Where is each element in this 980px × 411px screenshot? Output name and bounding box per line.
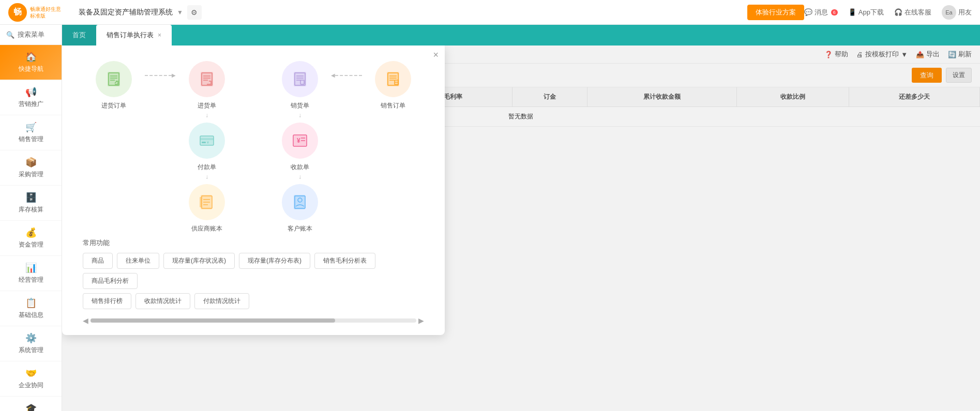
tab-bar: 首页 销售订单执行表 ×: [62, 25, 980, 45]
modal-overlay[interactable]: × 进货订单: [62, 45, 980, 411]
tab-home[interactable]: 首页: [62, 25, 96, 45]
online-service-action[interactable]: 🎧 在线客服: [894, 8, 931, 17]
common-functions: 常用功能 商品 往来单位 现存量(库存状况表) 现存量(库存分布表) 销售毛利分…: [83, 238, 424, 309]
tab-close-icon[interactable]: ×: [158, 32, 161, 39]
supplier-ledger-circle: [189, 184, 225, 220]
message-icon: 💬: [804, 8, 812, 16]
sidebar-item-enterprise[interactable]: 🤝 企业协同: [0, 361, 62, 397]
purchase-icon: 📦: [25, 157, 37, 168]
func-btn-gross-analysis[interactable]: 销售毛利分析表: [314, 253, 375, 269]
svg-rect-13: [200, 138, 214, 140]
header-right: 💬 消息 6 📱 App下载 🎧 在线客服 Ea 用友: [804, 5, 972, 20]
payment-circle: ¥: [189, 123, 225, 159]
sale-order-circle: [375, 61, 411, 97]
finance-icon: 💰: [25, 227, 37, 238]
scroll-area: ◀ ▶: [83, 316, 424, 325]
sale-bill-circle: [282, 61, 318, 97]
tab-sales-exec[interactable]: 销售订单执行表 ×: [96, 25, 172, 45]
h-arrow-1: ▶: [145, 72, 176, 78]
content-area: 首页 销售订单执行表 × ❓ 帮助 🖨 按模板打印 ▼: [62, 25, 980, 411]
avatar: Ea: [942, 5, 956, 20]
node-customer-ledger[interactable]: 客户账本: [269, 184, 331, 233]
sidebar-item-basic-info[interactable]: 📋 基础信息: [0, 291, 62, 326]
h-arrow-2: ◀: [331, 72, 362, 78]
receipt-circle: ¥: [282, 123, 318, 159]
logo-area: 畅 畅康通好生意 标准版: [8, 3, 70, 22]
purchase-order-circle: [96, 61, 132, 97]
func-btn-goods-margin[interactable]: 商品毛利分析: [83, 273, 138, 289]
inventory-icon: 🗄️: [25, 192, 37, 203]
tab-sales-exec-label: 销售订单执行表: [107, 31, 154, 40]
scroll-left-icon[interactable]: ◀: [83, 316, 88, 325]
receipt-label: 收款单: [291, 163, 309, 172]
user-action[interactable]: Ea 用友: [942, 5, 972, 20]
sidebar-item-sales[interactable]: 🛒 销售管理: [0, 115, 62, 150]
func-btn-stock-dist[interactable]: 现存量(库存分布表): [239, 253, 310, 269]
node-purchase-order[interactable]: 进货订单: [83, 61, 145, 110]
logo-text: 畅康通好生意 标准版: [30, 6, 61, 19]
customer-ledger-circle: [282, 184, 318, 220]
svg-text:¥: ¥: [207, 141, 209, 144]
main-layout: 🔍 搜索菜单 🏠 快捷导航 📢 营销推广 🛒 销售管理 📦 采购管理 🗄️ 库存…: [0, 25, 980, 411]
settings-gear-icon[interactable]: ⚙: [187, 5, 202, 20]
node-sale-bill[interactable]: 销货单: [269, 61, 331, 110]
func-btn-payment-stats[interactable]: 付款情况统计: [194, 293, 249, 309]
node-supplier-ledger[interactable]: 供应商账本: [176, 184, 238, 233]
v-arrow-2: ↓: [205, 174, 208, 180]
quick-nav-modal: × 进货订单: [62, 45, 445, 335]
purchase-bill-circle: [189, 61, 225, 97]
tab-home-label: 首页: [72, 31, 86, 40]
flow-col-3: 销货单 ↓ ¥ 收款单 ↓: [269, 61, 331, 233]
sidebar-item-newbie[interactable]: 🎓 新手引导: [0, 397, 62, 411]
enterprise-icon: 🤝: [25, 368, 37, 379]
node-purchase-bill[interactable]: 进货单: [176, 61, 238, 110]
v-arrow-3: ↓: [298, 112, 301, 118]
func-btn-parties[interactable]: 往来单位: [117, 253, 159, 269]
func-btn-sales-rank[interactable]: 销售排行榜: [83, 293, 131, 309]
payment-label: 付款单: [198, 163, 216, 172]
message-badge: 6: [831, 9, 838, 16]
sidebar-item-quick-nav[interactable]: 🏠 快捷导航: [0, 45, 62, 80]
node-payment[interactable]: ¥ 付款单: [176, 123, 238, 172]
func-btn-goods[interactable]: 商品: [83, 253, 113, 269]
scrollbar-thumb[interactable]: [91, 318, 335, 323]
modal-close-icon[interactable]: ×: [433, 50, 439, 60]
common-functions-title: 常用功能: [83, 238, 424, 248]
node-receipt[interactable]: ¥ 收款单: [269, 123, 331, 172]
sidebar: 🔍 搜索菜单 🏠 快捷导航 📢 营销推广 🛒 销售管理 📦 采购管理 🗄️ 库存…: [0, 25, 62, 411]
v-arrow-1: ↓: [205, 112, 208, 118]
mobile-icon: 📱: [848, 8, 856, 16]
sidebar-item-operations[interactable]: 📊 经营管理: [0, 256, 62, 291]
function-buttons: 商品 往来单位 现存量(库存状况表) 现存量(库存分布表) 销售毛利分析表 商品…: [83, 253, 424, 289]
sidebar-item-inventory[interactable]: 🗄️ 库存核算: [0, 186, 62, 221]
func-btn-receipt-stats[interactable]: 收款情况统计: [135, 293, 190, 309]
node-sale-order[interactable]: 销售订单: [362, 61, 424, 110]
app-download-action[interactable]: 📱 App下载: [848, 8, 884, 17]
v-arrow-4: ↓: [298, 174, 301, 180]
operations-icon: 📊: [25, 262, 37, 273]
logo-icon: 畅: [8, 3, 27, 22]
sidebar-item-purchase[interactable]: 📦 采购管理: [0, 150, 62, 186]
scrollbar-track[interactable]: [91, 318, 416, 323]
message-action[interactable]: 💬 消息 6: [804, 8, 838, 17]
func-btn-stock-status[interactable]: 现存量(库存状况表): [163, 253, 235, 269]
system-name-label: 装备及固定资产辅助管理系统: [79, 8, 173, 17]
top-header: 畅 畅康通好生意 标准版 装备及固定资产辅助管理系统 ▼ ⚙ 体验行业方案 💬 …: [0, 0, 980, 25]
supplier-ledger-label: 供应商账本: [191, 224, 222, 233]
flow-col-4: 销售订单: [362, 61, 424, 110]
system-dropdown-icon[interactable]: ▼: [177, 9, 183, 16]
experience-button[interactable]: 体验行业方案: [747, 5, 804, 20]
system-title: 装备及固定资产辅助管理系统 ▼ ⚙: [79, 5, 747, 20]
customer-ledger-label: 客户账本: [288, 224, 312, 233]
sidebar-item-marketing[interactable]: 📢 营销推广: [0, 80, 62, 115]
sidebar-item-finance[interactable]: 💰 资金管理: [0, 221, 62, 256]
sidebar-search[interactable]: 🔍 搜索菜单: [0, 25, 62, 45]
newbie-icon: 🎓: [25, 403, 37, 411]
flow-col-2: 进货单 ↓ ¥ 付款单 ↓: [176, 61, 238, 233]
flow-diagram: 进货订单 ▶: [83, 61, 424, 233]
svg-rect-18: [200, 197, 202, 207]
flow-col-1: 进货订单: [83, 61, 145, 110]
sidebar-item-system[interactable]: ⚙️ 系统管理: [0, 326, 62, 361]
scroll-right-icon[interactable]: ▶: [418, 316, 424, 325]
headset-icon: 🎧: [894, 8, 902, 16]
